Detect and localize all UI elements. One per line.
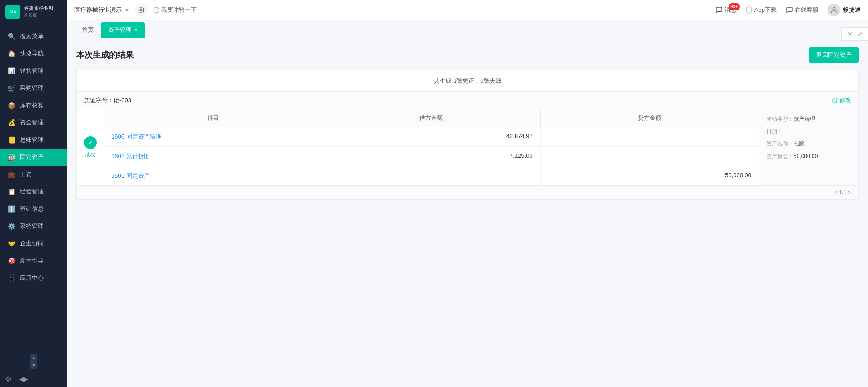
sidebar-bottom: ⚙ ◀▶ xyxy=(0,371,67,387)
sidebar-menu: 🔍 搜索菜单 🏠 快捷导航 📊 销售管理 🛒 采购管理 📦 库存核算 💰 资金管… xyxy=(0,24,67,352)
tab-active-label: 资产管理 xyxy=(108,26,132,34)
summary-text: 共生成 1张凭证，0张失败 xyxy=(434,77,501,84)
fixed-assets-icon: 🏭 xyxy=(7,153,15,161)
tab-home-label: 首页 xyxy=(82,26,94,33)
tab-asset-management[interactable]: 资产管理 × xyxy=(101,22,145,38)
scroll-down-icon[interactable]: ▼ xyxy=(30,362,37,369)
edit-button[interactable]: 修改 xyxy=(832,96,851,104)
original-value-row: 资产原值： 50,000.00 xyxy=(766,152,851,161)
basic-info-icon: ℹ️ xyxy=(7,205,15,213)
page-title: 本次生成的结果 xyxy=(76,50,134,60)
sidebar-item-payroll[interactable]: 💼 工资 xyxy=(0,166,67,183)
sidebar-item-guide[interactable]: 🎯 新手引导 xyxy=(0,252,67,269)
purchase-icon: 🛒 xyxy=(7,84,15,92)
sidebar-label-enterprise: 企业协同 xyxy=(20,239,44,248)
svg-rect-4 xyxy=(747,7,751,13)
subject-cell-0[interactable]: 1606 固定资产清理 xyxy=(104,127,322,146)
close-window-icon[interactable]: ✕ xyxy=(845,30,854,39)
topbar: 医疗器械行业演示 ▼ 我要体验一下 消息 99+ App下载 在线客 xyxy=(67,0,868,20)
edit-label: 修改 xyxy=(839,96,851,104)
table-row: 1601 固定资产 50,000.00 xyxy=(104,166,759,185)
sidebar-item-sales[interactable]: 📊 销售管理 xyxy=(0,62,67,79)
main-content: 医疗器械行业演示 ▼ 我要体验一下 消息 99+ App下载 在线客 xyxy=(67,0,868,387)
window-controls: ✕ ⤢ xyxy=(841,27,868,41)
inventory-icon: 📦 xyxy=(7,101,15,109)
sidebar-item-enterprise[interactable]: 🤝 企业协同 xyxy=(0,235,67,252)
quick-nav-icon: 🏠 xyxy=(7,50,15,58)
logo-sub: 普及版 xyxy=(24,12,54,19)
sidebar-label-guide: 新手引导 xyxy=(20,257,44,265)
sidebar-item-search[interactable]: 🔍 搜索菜单 xyxy=(0,28,67,45)
table-row: 1602 累计折旧 7,125.03 xyxy=(104,147,759,166)
svg-point-0 xyxy=(140,9,142,11)
sales-icon: 📊 xyxy=(7,67,15,75)
status-text: 成功 xyxy=(85,151,96,159)
sidebar-item-quick-nav[interactable]: 🏠 快捷导航 xyxy=(0,45,67,62)
date-row: 日期： xyxy=(766,127,851,136)
debit-cell-1: 7,125.03 xyxy=(322,147,540,166)
experience-button[interactable]: 我要体验一下 xyxy=(153,6,197,14)
change-type-label: 变动类型： xyxy=(766,115,794,124)
change-type-value: 资产清理 xyxy=(794,115,815,124)
collapse-icon[interactable]: ◀▶ xyxy=(19,376,28,382)
payroll-icon: 💼 xyxy=(7,170,15,179)
app-logo: AtA 畅捷通好业财 普及版 xyxy=(0,0,67,24)
sidebar-item-inventory[interactable]: 📦 库存核算 xyxy=(0,97,67,114)
finance-icon: 💰 xyxy=(7,119,15,127)
expand-window-icon[interactable]: ⤢ xyxy=(855,30,864,39)
sidebar-item-system[interactable]: ⚙️ 系统管理 xyxy=(0,218,67,235)
voucher-number: 凭证字号：记-003 xyxy=(84,96,131,104)
ledger-icon: 📒 xyxy=(7,136,15,144)
info-panel: 变动类型： 资产清理 日期： 资产名称： 电脑 资产原值： 50,000.00 xyxy=(759,109,858,185)
tab-close-icon[interactable]: × xyxy=(134,27,138,33)
voucher-status: ✓ 成功 xyxy=(77,109,104,185)
table-header-cell: 贷方金额 xyxy=(541,109,759,127)
sidebar-label-purchase: 采购管理 xyxy=(20,84,44,92)
settings-button[interactable] xyxy=(135,4,148,16)
app-download-label: App下载 xyxy=(754,6,777,14)
company-name: 医疗器械行业演示 xyxy=(74,6,122,14)
sidebar-item-purchase[interactable]: 🛒 采购管理 xyxy=(0,79,67,97)
original-value-label: 资产原值： xyxy=(766,152,794,161)
sidebar-label-finance: 资金管理 xyxy=(20,119,44,127)
sidebar-item-finance[interactable]: 💰 资金管理 xyxy=(0,114,67,131)
online-support-label: 在线客服 xyxy=(795,6,818,14)
svg-point-6 xyxy=(833,7,835,10)
subject-cell-1[interactable]: 1602 累计折旧 xyxy=(104,147,322,166)
scroll-up-icon[interactable]: ▲ xyxy=(30,354,37,362)
logo-icon: AtA xyxy=(5,5,20,19)
asset-name-label: 资产名称： xyxy=(766,139,794,148)
sidebar-item-ledger[interactable]: 📒 总账管理 xyxy=(0,131,67,149)
user-info[interactable]: 畅捷通 xyxy=(828,4,861,16)
sidebar-label-ledger: 总账管理 xyxy=(20,136,44,144)
table-header: 科目借方金额贷方金额 xyxy=(104,109,759,127)
sidebar-label-search: 搜索菜单 xyxy=(20,32,44,40)
table-row: 1606 固定资产清理 42,874.97 xyxy=(104,127,759,147)
pagination[interactable]: < 1/1 > xyxy=(77,185,858,199)
table-rows: 1606 固定资产清理 42,874.97 1602 累计折旧 7,125.03… xyxy=(104,127,759,185)
user-name: 畅捷通 xyxy=(843,6,861,14)
enterprise-icon: 🤝 xyxy=(7,239,15,248)
voucher-body: ✓ 成功 科目借方金额贷方金额 1606 固定资产清理 42,874.97 16… xyxy=(77,109,858,185)
settings-gear-icon[interactable]: ⚙ xyxy=(5,375,12,383)
date-label: 日期： xyxy=(766,127,794,136)
user-avatar xyxy=(828,4,840,16)
back-button[interactable]: 返回固定资产 xyxy=(809,47,859,63)
sidebar-label-app-center: 应用中心 xyxy=(20,274,44,282)
subject-cell-2[interactable]: 1601 固定资产 xyxy=(104,166,322,185)
company-selector[interactable]: 医疗器械行业演示 ▼ xyxy=(74,6,129,14)
online-support-button[interactable]: 在线客服 xyxy=(786,6,818,14)
voucher-table: 科目借方金额贷方金额 1606 固定资产清理 42,874.97 1602 累计… xyxy=(104,109,759,185)
sidebar-item-app-center[interactable]: 📱 应用中心 xyxy=(0,269,67,287)
sidebar-label-system: 系统管理 xyxy=(20,222,44,230)
messages-badge: 99+ xyxy=(729,3,740,10)
experience-label: 我要体验一下 xyxy=(161,6,197,14)
app-download-button[interactable]: App下载 xyxy=(745,6,777,14)
app-center-icon: 📱 xyxy=(7,274,15,282)
sidebar-item-fixed-assets[interactable]: 🏭 固定资产 xyxy=(0,149,67,166)
messages-button[interactable]: 消息 99+ xyxy=(715,6,736,14)
sidebar-item-basic-info[interactable]: ℹ️ 基础信息 xyxy=(0,200,67,218)
sidebar-label-fixed-assets: 固定资产 xyxy=(20,153,44,161)
tab-home[interactable]: 首页 xyxy=(74,22,101,38)
sidebar-item-operations[interactable]: 📋 经营管理 xyxy=(0,183,67,200)
